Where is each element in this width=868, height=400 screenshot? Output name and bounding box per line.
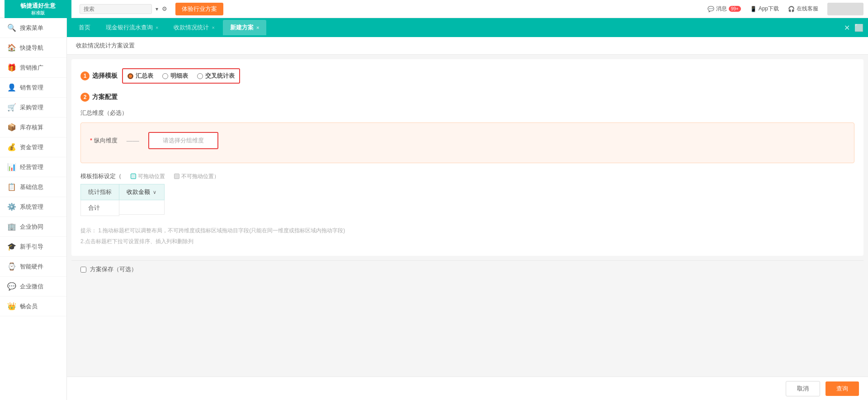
radio-cross-input[interactable] <box>197 73 203 79</box>
metrics-row-total: 合计 <box>80 200 119 216</box>
tab-bank-flow-close[interactable]: × <box>156 25 158 30</box>
tab-new-plan-label: 新建方案 <box>230 24 254 32</box>
tab-home-label: 首页 <box>79 24 90 32</box>
footer-section: 方案保存（可选） <box>71 260 863 278</box>
query-button[interactable]: 查询 <box>826 381 859 396</box>
tab-collection-close[interactable]: × <box>212 25 214 30</box>
radio-detail[interactable]: 明细表 <box>162 72 188 80</box>
metrics-title: 模板指标设定（ <box>80 172 122 180</box>
trial-button[interactable]: 体验行业方案 <box>175 3 223 15</box>
header-left: 畅捷通好生意 标准版 ▾ ⚙ 体验行业方案 <box>5 0 223 18</box>
download-label: App下载 <box>759 5 779 13</box>
dropdown-icon[interactable]: ▾ <box>156 6 158 12</box>
content-area: 首页 现金银行流水查询 × 收款情况统计 × 新建方案 × ✕ ⬜ <box>67 18 868 400</box>
support-button[interactable]: 🎧 在线客服 <box>788 5 818 13</box>
radio-cross[interactable]: 交叉统计表 <box>197 72 235 80</box>
support-label: 在线客服 <box>797 5 818 13</box>
sidebar-item-system[interactable]: ⚙️ 系统管理 <box>0 197 66 217</box>
tab-bank-flow[interactable]: 现金银行流水查询 × <box>99 20 165 35</box>
sidebar-label-basic: 基础信息 <box>20 183 43 191</box>
tab-new-plan-close[interactable]: × <box>256 25 259 30</box>
sidebar-label-inventory: 库存核算 <box>20 123 43 132</box>
avatar[interactable] <box>827 3 863 15</box>
bottom-action-bar: 取消 查询 <box>67 376 868 400</box>
tab-collection-stats[interactable]: 收款情况统计 × <box>166 20 222 35</box>
sidebar-item-basic-info[interactable]: 📋 基础信息 <box>0 177 66 197</box>
clipboard-icon: 📋 <box>7 183 16 191</box>
sidebar-item-search-menu[interactable]: 🔍 搜索菜单 <box>0 18 66 38</box>
metrics-col-header[interactable]: 收款金额 ∨ <box>119 184 165 200</box>
sidebar-item-operations[interactable]: 📊 经营管理 <box>0 157 66 177</box>
movable-dot <box>131 174 136 179</box>
step1-badge: 1 <box>80 71 90 80</box>
sidebar-item-smart-hw[interactable]: ⌚ 智能硬件 <box>0 257 66 277</box>
tab-collection-stats-label: 收款情况统计 <box>174 24 209 32</box>
radio-summary-input[interactable] <box>127 73 133 79</box>
box-icon: 📦 <box>7 123 16 132</box>
sidebar-label-beginner: 新手引导 <box>20 243 43 251</box>
tab-bar-actions: ✕ ⬜ <box>844 24 863 32</box>
vertical-label-text: 纵向维度 <box>94 137 118 144</box>
dimension-select-box[interactable]: 请选择分组维度 <box>148 132 218 149</box>
sidebar-item-enterprise-coop[interactable]: 🏢 企业协同 <box>0 217 66 237</box>
radio-detail-input[interactable] <box>162 73 168 79</box>
radio-detail-label: 明细表 <box>170 72 188 80</box>
close-window-button[interactable]: ✕ <box>844 24 850 32</box>
gear-icon: ⚙️ <box>7 202 16 211</box>
search-icon: 🔍 <box>7 24 16 32</box>
metrics-table-wrapper: 统计指标 合计 收款金额 ∨ <box>80 184 854 216</box>
download-icon: 📱 <box>750 6 757 12</box>
step2-badge: 2 <box>80 93 90 102</box>
message-label: 消息 <box>716 5 727 13</box>
radio-summary[interactable]: 汇总表 <box>127 72 153 80</box>
message-icon: 💬 <box>708 6 714 12</box>
sidebar-label-member: 畅会员 <box>20 302 38 311</box>
tab-new-plan[interactable]: 新建方案 × <box>223 20 266 35</box>
fixed-hint: 不可拖动位置） <box>174 173 219 180</box>
sidebar-label-funds: 资金管理 <box>20 143 43 151</box>
tab-bar: 首页 现金银行流水查询 × 收款情况统计 × 新建方案 × ✕ ⬜ <box>67 18 868 37</box>
cancel-button[interactable]: 取消 <box>786 381 820 396</box>
vertical-dimension-label: * 纵向维度 <box>90 136 118 145</box>
tip-line2: 2.点击标题栏下拉可设置排序、插入列和删除列 <box>80 236 854 247</box>
radio-summary-label: 汇总表 <box>136 72 153 80</box>
page-title: 收款情况统计方案设置 <box>76 42 135 49</box>
main-layout: 🔍 搜索菜单 🏠 快捷导航 🎁 营销推广 👤 销售管理 🛒 采购管理 📦 库存核… <box>0 18 868 400</box>
search-input[interactable] <box>80 4 152 14</box>
dimension-section-title: 汇总维度（必选） <box>80 109 854 117</box>
sidebar-label-quick: 快捷导航 <box>20 44 43 52</box>
maximize-button[interactable]: ⬜ <box>854 24 863 32</box>
settings-icon[interactable]: ⚙ <box>162 5 167 12</box>
sidebar-item-enterprise-wechat[interactable]: 💬 企业微信 <box>0 277 66 296</box>
sidebar-item-inventory[interactable]: 📦 库存核算 <box>0 118 66 137</box>
sidebar-item-purchase[interactable]: 🛒 采购管理 <box>0 98 66 118</box>
save-checkbox[interactable] <box>80 267 86 273</box>
gift-icon: 🎁 <box>7 63 16 72</box>
col-chevron: ∨ <box>153 189 156 195</box>
tab-home[interactable]: 首页 <box>71 20 98 35</box>
sidebar-item-beginner[interactable]: 🎓 新手引导 <box>0 237 66 257</box>
sidebar-item-quick-nav[interactable]: 🏠 快捷导航 <box>0 38 66 58</box>
home-icon: 🏠 <box>7 43 16 52</box>
template-options: 汇总表 明细表 交叉统计表 <box>122 68 240 84</box>
dimension-container: * 纵向维度 —— 请选择分组维度 <box>80 122 854 163</box>
chart-icon: 📊 <box>7 163 16 171</box>
sidebar-item-member[interactable]: 👑 畅会员 <box>0 296 66 316</box>
support-icon: 🎧 <box>788 6 795 12</box>
sidebar-item-marketing[interactable]: 🎁 营销推广 <box>0 58 66 78</box>
message-button[interactable]: 💬 消息 99+ <box>708 5 741 13</box>
form-section: 1 选择模板 汇总表 明细表 交叉统计表 <box>71 59 863 256</box>
step2-header: 2 方案配置 <box>80 93 854 102</box>
required-mark: * <box>90 137 92 144</box>
guide-icon: 🎓 <box>7 242 16 251</box>
sidebar-item-sales[interactable]: 👤 销售管理 <box>0 78 66 98</box>
tip-line1: 提示： 1.拖动标题栏可以调整布局，不可跨维度或指标区域拖动目字段(只能在同一维… <box>80 225 854 236</box>
metrics-header: 模板指标设定（ 可拖动位置 不可拖动位置） <box>80 172 854 180</box>
sidebar-label-smart: 智能硬件 <box>20 263 43 271</box>
download-button[interactable]: 📱 App下载 <box>750 5 779 13</box>
sidebar-item-funds[interactable]: 💰 资金管理 <box>0 137 66 157</box>
sidebar-label-system: 系统管理 <box>20 203 43 211</box>
sidebar: 🔍 搜索菜单 🏠 快捷导航 🎁 营销推广 👤 销售管理 🛒 采购管理 📦 库存核… <box>0 18 67 400</box>
step1-label: 选择模板 <box>92 72 118 80</box>
step1-header: 1 选择模板 汇总表 明细表 交叉统计表 <box>80 68 854 84</box>
